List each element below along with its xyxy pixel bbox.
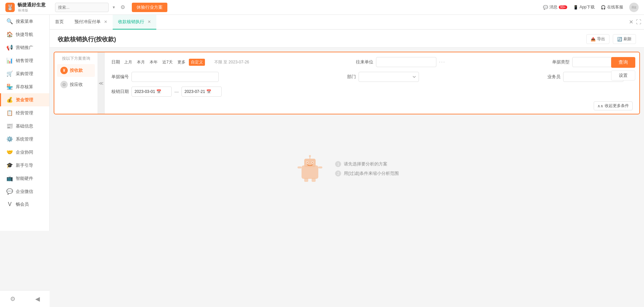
app-download-btn[interactable]: 📱 App下载 (573, 4, 595, 10)
settings-bottom-icon[interactable]: ⚙ (10, 295, 15, 303)
sidebar-label-system: 系统管理 (16, 136, 33, 142)
sidebar-item-guide[interactable]: 🎓 新手引导 (0, 159, 49, 172)
filter-settings-button[interactable]: 设置 (611, 70, 635, 81)
sidebar-item-basic[interactable]: 📰 基础信息 (0, 119, 49, 133)
sidebar-item-purchase[interactable]: 🛒 采购管理 (0, 67, 49, 80)
app-logo: 🐰 (5, 3, 15, 12)
date-unlimit: 不限 至 2023-07-26 (214, 59, 249, 65)
date-this-year[interactable]: 本年 (148, 59, 159, 66)
partner-input[interactable] (376, 57, 436, 67)
marketing-icon: 📢 (6, 44, 13, 51)
date-custom[interactable]: 自定义 (189, 59, 205, 66)
collapse-more-button[interactable]: ∧∧ 收起更多条件 (594, 101, 633, 110)
gear-icon[interactable]: ⚙ (120, 4, 125, 10)
docno-input[interactable] (131, 72, 219, 82)
message-icon: 💬 (543, 5, 548, 10)
export-button[interactable]: 📤 导出 (586, 34, 609, 44)
svg-rect-10 (304, 178, 308, 182)
filter-row-1: 日期 上月 本月 本年 近7天 更多 自定义 不限 至 2 (111, 57, 633, 67)
calendar-start-icon[interactable]: 📅 (156, 89, 161, 94)
offset-date-start-input[interactable]: 2023-03-01 📅 (131, 87, 172, 97)
online-service-btn[interactable]: 🎧 在线客服 (601, 4, 623, 10)
close-receipt-tab-icon[interactable]: ✕ (148, 19, 151, 24)
sidebar-label-wecom: 企业微信 (16, 189, 33, 195)
sidebar-item-wecom[interactable]: 💬 企业微信 (0, 185, 49, 198)
sidebar-label-hardware: 智能硬件 (16, 175, 33, 182)
sidebar-item-marketing[interactable]: 📢 营销推广 (0, 41, 49, 54)
empty-hint-2: 2 用[过滤]条件来缩小分析范围 (335, 170, 398, 176)
user-menu[interactable]: Rit (629, 3, 639, 12)
date-7days[interactable]: 近7天 (161, 59, 174, 66)
date-this-month[interactable]: 本月 (136, 59, 146, 66)
empty-hint-text: 1 请先选择要分析的方案 2 用[过滤]条件来缩小分析范围 (335, 161, 398, 176)
brand-block: 畅捷通好生意 标准版 (17, 2, 46, 13)
sidebar-label-guide: 新手引导 (16, 162, 33, 168)
date-range: 2023-03-01 📅 — 2023-07-21 📅 (131, 87, 222, 97)
expand-window-icon[interactable]: ⛶ (636, 19, 641, 25)
top-search-input[interactable] (55, 3, 109, 12)
svg-point-7 (309, 155, 311, 157)
sidebar-label-purchase: 采购管理 (16, 71, 33, 77)
refresh-button[interactable]: 🔄 刷新 (613, 34, 636, 44)
collapse-filter-btn[interactable]: ≪ (98, 52, 105, 114)
dept-field: 部门 (347, 72, 419, 82)
sidebar-item-inventory[interactable]: 🏪 库存核算 (0, 80, 49, 93)
sidebar-item-member[interactable]: V 畅会员 (0, 198, 49, 211)
operations-icon: 📋 (6, 110, 13, 116)
sidebar-item-system[interactable]: ⚙️ 系统管理 (0, 133, 49, 146)
sidebar-label-inventory: 库存核算 (16, 84, 33, 90)
sidebar-item-collab[interactable]: 🤝 企业协同 (0, 146, 49, 159)
query-button[interactable]: 查询 (611, 57, 635, 68)
partner-field: 往来单位 ··· (356, 57, 445, 67)
hint-circle-1: 1 (335, 161, 341, 167)
sidebar-item-sales[interactable]: 📊 销售管理 (0, 54, 49, 67)
sidebar-item-hardware[interactable]: 📺 智能硬件 (0, 172, 49, 185)
solution-button[interactable]: 休验行业方案 (132, 3, 167, 12)
sidebar-label-operations: 经营管理 (16, 110, 33, 116)
svg-rect-8 (298, 166, 302, 168)
tab-receipt-offset[interactable]: 收款核销执行 ✕ (113, 15, 156, 30)
filter-method-by-receipt[interactable]: ¥ 按收款 (57, 64, 95, 77)
partner-dots[interactable]: ··· (439, 59, 445, 65)
sidebar-item-search[interactable]: 🔍 搜索菜单 (0, 15, 49, 28)
hint-text-1: 请先选择要分析的方案 (344, 161, 387, 167)
receipt-method-label: 按收款 (70, 67, 83, 73)
hint-circle-2: 2 (335, 170, 341, 176)
headset-icon: 🎧 (601, 5, 606, 10)
top-bar: 🐰 畅捷通好生意 标准版 ▾ ⚙ 休验行业方案 💬 消息 99+ 📱 App下载… (0, 0, 644, 15)
close-window-icon[interactable]: ✕ (629, 19, 633, 25)
sidebar-label-sales: 销售管理 (16, 58, 33, 64)
date-last-month[interactable]: 上月 (123, 59, 133, 66)
sidebar-item-operations[interactable]: 📋 经营管理 (0, 106, 49, 119)
svg-point-4 (307, 162, 308, 163)
sidebar-item-fund[interactable]: 💰 资金管理 (0, 93, 49, 106)
page-header: 收款核销执行(按收款) 📤 导出 🔄 刷新 (50, 30, 644, 48)
dept-select[interactable] (359, 72, 419, 82)
content-area: 首页 预付冲应付单 ✕ 收款核销执行 ✕ ✕ ⛶ 收款核销执行(按收款) (50, 15, 644, 307)
edition-label: 标准版 (18, 8, 46, 13)
collapse-icon: ≪ (99, 81, 104, 86)
search-icon: 🔍 (6, 18, 13, 24)
export-icon: 📤 (591, 37, 596, 42)
collapse-more-row: ∧∧ 收起更多条件 (111, 101, 633, 110)
hardware-icon: 📺 (6, 175, 13, 182)
close-prepay-tab-icon[interactable]: ✕ (104, 19, 107, 24)
calendar-end-icon[interactable]: 📅 (206, 89, 211, 94)
user-display: Rit (632, 5, 636, 9)
filter-method-by-receivable[interactable]: ⊙ 按应收 (57, 78, 95, 91)
offset-date-field: 核销日期 2023-03-01 📅 — 2023-07-21 (111, 87, 222, 97)
tab-home[interactable]: 首页 (50, 15, 69, 30)
collapse-sidebar-icon[interactable]: ◀ (35, 295, 40, 303)
sidebar-item-quicknav[interactable]: 🏠 快捷导航 (0, 28, 49, 41)
inventory-icon: 🏪 (6, 84, 13, 90)
message-btn[interactable]: 💬 消息 99+ (543, 4, 567, 10)
offset-date-end-input[interactable]: 2023-07-21 📅 (181, 87, 222, 97)
brand-name: 畅捷通好生意 (17, 2, 46, 8)
date-more[interactable]: 更多 (176, 59, 187, 66)
chevron-down-icon[interactable]: ▾ (113, 5, 115, 10)
empty-state: 1 请先选择要分析的方案 2 用[过滤]条件来缩小分析范围 (50, 118, 644, 219)
date-links: 上月 本月 本年 近7天 更多 自定义 (123, 59, 205, 66)
main-layout: 🔍 搜索菜单 🏠 快捷导航 📢 营销推广 📊 销售管理 🛒 采购管理 🏪 (0, 15, 644, 307)
tab-prepay-offset[interactable]: 预付冲应付单 ✕ (69, 15, 113, 30)
svg-rect-0 (302, 165, 318, 179)
